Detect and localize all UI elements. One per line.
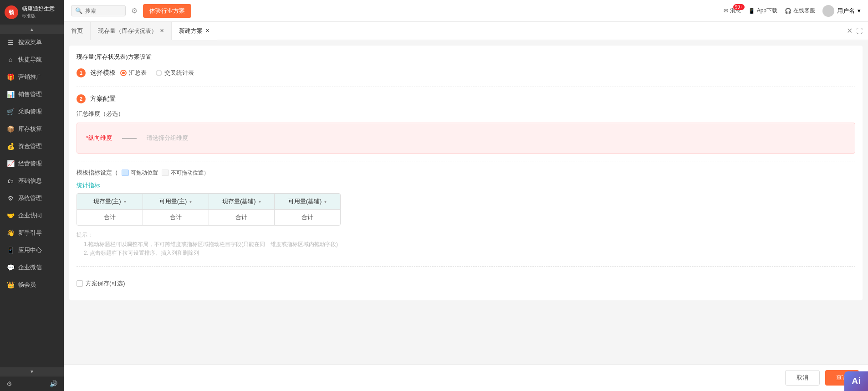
sidebar-item-inventory[interactable]: 📦 库存核算 <box>0 120 64 138</box>
save-option[interactable]: 方案保存(可选) <box>77 274 855 293</box>
dimension-placeholder-text: 请选择分组维度 <box>147 134 188 142</box>
col-2-label: 现存量(基辅) <box>222 197 256 206</box>
sidebar-item-new-guide[interactable]: 👋 新手引导 <box>0 224 64 242</box>
step1-header: 1 选择模板 汇总表 交叉统计表 <box>77 68 855 77</box>
dimension-selector[interactable]: *纵向维度 —— 请选择分组维度 <box>77 123 855 154</box>
wechat-icon: 💬 <box>6 263 15 272</box>
marketing-icon: 🎁 <box>6 73 15 81</box>
col-1-label: 可用量(主) <box>159 197 187 206</box>
user-menu[interactable]: 用户名 ▾ <box>822 5 861 17</box>
tab-new-scheme[interactable]: 新建方案 ✕ <box>172 22 217 40</box>
sidebar-item-search-menu[interactable]: ☰ 搜索菜单 <box>0 34 64 51</box>
window-expand-icon[interactable]: ⛶ <box>856 27 863 35</box>
sidebar-item-quick-nav[interactable]: ⌂ 快捷导航 <box>0 51 64 68</box>
divider-1 <box>77 87 855 87</box>
sidebar-item-label: 采购管理 <box>18 108 42 116</box>
new-guide-icon: 👋 <box>6 229 15 237</box>
sidebar-item-label: 资金管理 <box>18 142 42 150</box>
cell-2: 合计 <box>209 210 275 225</box>
col-0-chevron: ▾ <box>124 199 126 204</box>
settings-icon[interactable]: ⚙ <box>6 380 12 387</box>
app-center-icon: 📱 <box>6 246 15 254</box>
search-input[interactable] <box>85 8 122 14</box>
sidebar-item-label: 快捷导航 <box>18 56 42 64</box>
ai-button[interactable]: Ai <box>844 371 868 391</box>
app-icon: 📱 <box>748 8 755 14</box>
sidebar-scroll-down[interactable]: ▼ <box>0 367 64 376</box>
col-1[interactable]: 可用量(主) ▾ <box>143 194 209 209</box>
divider-2 <box>77 161 855 161</box>
radio-summary[interactable]: 汇总表 <box>120 69 147 77</box>
col-0[interactable]: 现存量(主) ▾ <box>77 194 143 209</box>
non-movable-label: 不可拖动位置） <box>171 169 209 177</box>
tab-new-scheme-close[interactable]: ✕ <box>205 28 209 34</box>
sidebar-item-sales[interactable]: 📊 销售管理 <box>0 86 64 103</box>
sidebar-item-purchase[interactable]: 🛒 采购管理 <box>0 103 64 120</box>
sidebar-item-system[interactable]: ⚙ 系统管理 <box>0 190 64 207</box>
tab-inventory-status-close[interactable]: ✕ <box>160 28 164 34</box>
non-movable-box <box>162 170 169 176</box>
sidebar-item-label: 营销推广 <box>18 73 42 81</box>
tab-home[interactable]: 首页 <box>64 22 91 40</box>
main-area: 🔍 ⚙ 体验行业方案 ✉ 消息 99+ 📱 App下载 🎧 在线客服 用户名 ▾ <box>64 0 868 391</box>
step2-title: 方案配置 <box>90 95 116 103</box>
sidebar-item-cooperation[interactable]: 🤝 企业协同 <box>0 207 64 224</box>
col-0-label: 现存量(主) <box>93 197 121 206</box>
tip-2: 2. 点击标题栏下拉可设置排序、插入列和删除列 <box>77 249 855 257</box>
cancel-button[interactable]: 取消 <box>785 370 820 386</box>
radio-cross[interactable]: 交叉统计表 <box>156 69 194 77</box>
step2-header: 2 方案配置 <box>77 94 855 103</box>
tips-section: 提示： 1.拖动标题栏可以调整布局，不可跨维度或指标区域拖动栏目字段(只能在同一… <box>77 231 855 257</box>
col-3[interactable]: 可用量(基辅) ▾ <box>275 194 340 209</box>
sidebar-item-label: 基础信息 <box>18 177 42 185</box>
sidebar-item-finance[interactable]: 💰 资金管理 <box>0 138 64 155</box>
member-icon: 👑 <box>6 281 15 289</box>
col-2[interactable]: 现存量(基辅) ▾ <box>209 194 275 209</box>
message-button[interactable]: ✉ 消息 99+ <box>724 7 741 15</box>
stat-table-title: 统计指标 <box>77 181 855 190</box>
dimension-required-text: *纵向维度 <box>86 134 112 142</box>
app-download-button[interactable]: 📱 App下载 <box>748 7 777 15</box>
sidebar-item-marketing[interactable]: 🎁 营销推广 <box>0 68 64 86</box>
search-box[interactable]: 🔍 <box>71 5 126 16</box>
template-radio-group: 汇总表 交叉统计表 <box>120 69 194 77</box>
sidebar-brand: 畅 畅康通好生意 标准版 <box>0 0 64 25</box>
sidebar-scroll-up[interactable]: ▲ <box>0 25 64 34</box>
message-badge: 99+ <box>733 4 745 10</box>
sidebar-item-wechat[interactable]: 💬 企业微信 <box>0 259 64 276</box>
sidebar-item-app-center[interactable]: 📱 应用中心 <box>0 242 64 259</box>
movable-label: 可拖动位置 <box>131 169 158 177</box>
service-label: 在线客服 <box>793 7 815 15</box>
cell-1: 合计 <box>143 210 209 225</box>
online-service-button[interactable]: 🎧 在线客服 <box>785 7 815 15</box>
search-icon: 🔍 <box>75 7 82 14</box>
step1-section: 1 选择模板 汇总表 交叉统计表 <box>77 68 855 77</box>
save-option-label: 方案保存(可选) <box>86 279 125 288</box>
sidebar: 畅 畅康通好生意 标准版 ▲ ☰ 搜索菜单 ⌂ 快捷导航 🎁 营销推广 📊 销售… <box>0 0 64 391</box>
sidebar-item-basic-info[interactable]: 🗂 基础信息 <box>0 172 64 190</box>
sound-icon[interactable]: 🔊 <box>50 380 57 387</box>
tab-inventory-status[interactable]: 现存量（库存状况表） ✕ <box>91 22 172 40</box>
tabs-bar: 首页 现存量（库存状况表） ✕ 新建方案 ✕ ✕ ⛶ <box>64 22 868 40</box>
sidebar-item-member[interactable]: 👑 畅会员 <box>0 276 64 293</box>
operations-icon: 📈 <box>6 159 15 168</box>
col-2-chevron: ▾ <box>259 199 261 204</box>
brand-logo: 畅 <box>5 5 18 19</box>
table-row: 合计 合计 合计 合计 <box>77 209 340 225</box>
sidebar-item-operations[interactable]: 📈 经营管理 <box>0 155 64 172</box>
save-checkbox[interactable] <box>77 280 83 287</box>
sidebar-item-label: 企业协同 <box>18 211 42 220</box>
quick-nav-icon: ⌂ <box>6 56 15 64</box>
radio-summary-label: 汇总表 <box>129 69 147 77</box>
window-close-icon[interactable]: ✕ <box>847 26 853 35</box>
brand-text: 畅康通好生意 标准版 <box>22 5 55 19</box>
industry-button[interactable]: 体验行业方案 <box>143 4 191 18</box>
user-name: 用户名 <box>837 7 855 15</box>
chevron-down-icon: ▾ <box>858 7 861 14</box>
movable-indicator: 可拖动位置 <box>122 169 158 177</box>
step1-title: 选择模板 <box>90 69 116 77</box>
app-label: App下载 <box>757 7 777 15</box>
gear-icon[interactable]: ⚙ <box>131 6 138 15</box>
sidebar-item-label: 系统管理 <box>18 194 42 202</box>
dimension-arrow: —— <box>122 134 137 142</box>
